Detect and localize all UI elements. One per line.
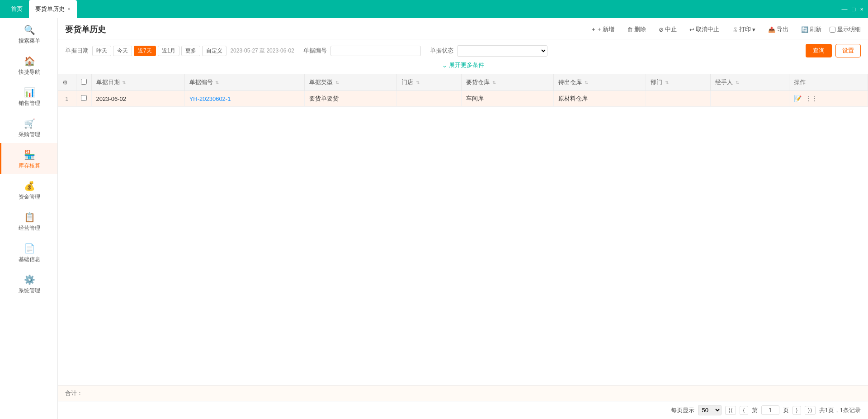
col-order-type[interactable]: 单据类型 ⇅ (305, 74, 397, 91)
col-order-no[interactable]: 单据编号 ⇅ (184, 74, 305, 91)
next-page-btn[interactable]: ⟩ (793, 406, 801, 415)
sort-pendingwh-icon: ⇅ (585, 80, 588, 85)
basic-icon: 📄 (24, 243, 35, 254)
export-button[interactable]: 📤 导出 (764, 24, 793, 35)
print-button[interactable]: 🖨 打印 ▾ (727, 24, 760, 35)
date-filter-label: 单据日期 (65, 47, 89, 55)
tab-home[interactable]: 首页 (5, 0, 29, 18)
total-info: 共1页，1条记录 (819, 406, 861, 414)
sales-icon: 📊 (24, 87, 35, 98)
date-range-display: 2023-05-27 至 2023-06-02 (230, 47, 294, 55)
date-btn-yesterday[interactable]: 昨天 (92, 46, 111, 56)
sidebar-item-sales[interactable]: 📊 销售管理 (0, 81, 57, 112)
sidebar-label-sales: 销售管理 (19, 100, 40, 107)
refresh-button[interactable]: 🔄 刷新 (797, 24, 826, 35)
row-handler (711, 91, 789, 107)
sidebar-item-finance[interactable]: 💰 资金管理 (0, 174, 57, 205)
row-department (646, 91, 711, 107)
sidebar-label-basic: 基础信息 (19, 256, 40, 263)
settings-button[interactable]: 设置 (835, 44, 861, 57)
select-all-checkbox[interactable] (81, 79, 87, 85)
col-ops: 操作 (789, 74, 868, 91)
date-btn-7days[interactable]: 近7天 (134, 46, 156, 56)
sidebar-label-search: 搜索菜单 (19, 37, 40, 45)
stop-icon: ⊘ (659, 26, 664, 33)
sidebar-label-inventory: 库存核算 (19, 162, 40, 170)
prev-page-btn[interactable]: ⟨ (740, 406, 748, 415)
sort-date-icon: ⇅ (122, 80, 126, 85)
expand-chevron-icon: ⌄ (442, 62, 447, 69)
row-store (397, 91, 462, 107)
cancel-stop-button[interactable]: ↩ 取消中止 (685, 24, 724, 35)
total-label: 合计： (65, 389, 83, 397)
sort-handler-icon: ⇅ (736, 80, 739, 85)
new-button[interactable]: ＋ + 新增 (586, 24, 619, 35)
order-no-input[interactable] (330, 46, 421, 56)
date-btn-1month[interactable]: 近1月 (158, 46, 180, 56)
export-icon: 📤 (768, 26, 775, 33)
col-pending-warehouse[interactable]: 待出仓库 ⇅ (554, 74, 646, 91)
sidebar-item-basic[interactable]: 📄 基础信息 (0, 237, 57, 268)
first-page-btn[interactable]: ⟨⟨ (725, 406, 736, 415)
order-no-link[interactable]: YH-20230602-1 (189, 95, 231, 102)
col-handler[interactable]: 经手人 ⇅ (711, 74, 789, 91)
status-select[interactable] (457, 45, 547, 57)
sidebar-item-purchase[interactable]: 🛒 采购管理 (0, 112, 57, 143)
col-checkbox (76, 74, 91, 91)
delete-icon: 🗑 (627, 26, 633, 33)
sidebar-item-inventory[interactable]: 🏪 库存核算 (0, 143, 57, 174)
refresh-icon: 🔄 (801, 26, 808, 33)
display-detail-checkbox[interactable] (830, 27, 835, 33)
col-settings[interactable]: ⚙ (58, 74, 76, 91)
ops-cell: 📝 ⋮⋮ (794, 95, 863, 102)
date-btn-today[interactable]: 今天 (113, 46, 132, 56)
home-icon: 🏠 (24, 56, 35, 67)
delete-button[interactable]: 🗑 删除 (623, 24, 651, 35)
page-number-input[interactable] (761, 405, 779, 415)
date-btn-custom[interactable]: 自定义 (202, 46, 226, 56)
row-pending-warehouse: 原材料仓库 (554, 91, 646, 107)
status-label: 单据状态 (430, 47, 453, 55)
date-quick-btns: 昨天 今天 近7天 近1月 更多 自定义 (92, 46, 226, 56)
sort-reqwh-icon: ⇅ (492, 80, 496, 85)
settings-icon: ⚙ (62, 79, 68, 86)
sidebar-label-system: 系统管理 (19, 287, 40, 295)
maximize-btn[interactable]: □ (852, 6, 856, 13)
minimize-btn[interactable]: — (842, 6, 848, 13)
display-detail-toggle[interactable]: 显示明细 (830, 25, 861, 33)
expand-conditions-btn[interactable]: ⌄ 展开更多条件 (442, 61, 484, 69)
sidebar-label-shortcut: 快捷导航 (19, 68, 40, 76)
finance-icon: 💰 (24, 181, 35, 191)
page-size-select[interactable]: 50 100 (698, 405, 722, 415)
sidebar-item-shortcut[interactable]: 🏠 快捷导航 (0, 49, 57, 81)
sidebar-item-operations[interactable]: 📋 经营管理 (0, 205, 57, 237)
pagination-bar: 每页显示 50 100 ⟨⟨ ⟨ 第 页 ⟩ ⟩⟩ 共1页，1条记录 (58, 401, 868, 419)
order-no-filter-group: 单据编号 (303, 46, 421, 56)
print-dropdown-icon: ▾ (752, 26, 755, 33)
toolbar: ＋ + 新增 🗑 删除 ⊘ 中止 ↩ 取消中止 🖨 打印 (586, 24, 861, 35)
filter-row-1: 单据日期 昨天 今天 近7天 近1月 更多 自定义 2023-05-27 至 2… (65, 44, 861, 57)
row-order-no: YH-20230602-1 (184, 91, 305, 107)
last-page-btn[interactable]: ⟩⟩ (805, 406, 816, 415)
col-store[interactable]: 门店 ⇅ (397, 74, 462, 91)
tab-order-history[interactable]: 要货单历史 × (29, 0, 77, 18)
col-date[interactable]: 单据日期 ⇅ (91, 74, 184, 91)
tab-close-icon[interactable]: × (67, 6, 71, 12)
row-checkbox[interactable] (81, 95, 87, 101)
sidebar-item-system[interactable]: ⚙️ 系统管理 (0, 268, 57, 299)
date-btn-more[interactable]: 更多 (181, 46, 200, 56)
page-suffix: 页 (783, 406, 789, 414)
col-department[interactable]: 部门 ⇅ (646, 74, 711, 91)
sidebar: 🔍 搜索菜单 🏠 快捷导航 📊 销售管理 🛒 采购管理 🏪 库存核算 💰 资金管… (0, 18, 58, 419)
stop-button[interactable]: ⊘ 中止 (654, 24, 681, 35)
edit-op-icon[interactable]: 📝 (794, 95, 802, 102)
sort-type-icon: ⇅ (335, 80, 339, 85)
system-icon: ⚙️ (24, 274, 35, 285)
more-op-icon[interactable]: ⋮⋮ (805, 95, 818, 102)
col-req-warehouse[interactable]: 要货仓库 ⇅ (462, 74, 554, 91)
close-btn[interactable]: × (860, 6, 863, 13)
sidebar-label-operations: 经营管理 (19, 224, 40, 232)
sidebar-item-search[interactable]: 🔍 搜索菜单 (0, 18, 57, 49)
sort-dept-icon: ⇅ (665, 80, 669, 85)
query-button[interactable]: 查询 (806, 44, 832, 57)
